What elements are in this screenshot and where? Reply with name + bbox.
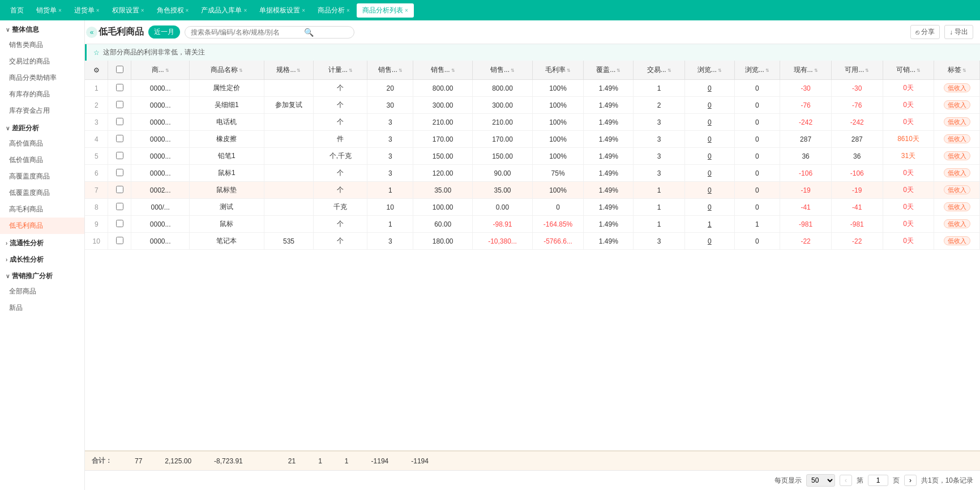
select-all-checkbox[interactable] (116, 66, 123, 73)
col-code[interactable]: 商...⇅ (131, 61, 189, 80)
footer-sale-amt: 2,125.00 (165, 457, 191, 465)
row-name: 鼠标1 (189, 165, 264, 182)
close-icon[interactable]: × (405, 7, 408, 14)
row-trade: 3 (634, 131, 685, 148)
row-browse2: 0 (734, 182, 780, 199)
row-checkbox[interactable] (116, 101, 123, 108)
col-stock[interactable]: 现有...⇅ (780, 61, 832, 80)
nav-item-sales[interactable]: 销货单 × (31, 3, 67, 18)
row-checkbox-cell (108, 165, 131, 182)
row-checkbox[interactable] (116, 186, 123, 193)
nav-item-template[interactable]: 单据模板设置 × (254, 3, 311, 18)
close-icon[interactable]: × (58, 7, 62, 14)
col-spec[interactable]: 规格...⇅ (264, 61, 314, 80)
row-checkbox[interactable] (116, 118, 123, 125)
col-sale-qty[interactable]: 销售...⇅ (367, 61, 413, 80)
nav-item-product[interactable]: 产成品入库单 × (195, 3, 253, 18)
row-code: 0000... (131, 80, 189, 97)
period-button[interactable]: 近一月 (148, 25, 180, 39)
sidebar-group-liquidity[interactable]: › 流通性分析 (0, 234, 84, 250)
per-page-select[interactable]: 50 20 100 (806, 474, 835, 487)
row-avail: -242 (831, 114, 883, 131)
sidebar-group-growth[interactable]: › 成长性分析 (0, 250, 84, 267)
close-icon[interactable]: × (141, 7, 144, 14)
row-tag: 低收入 (934, 199, 980, 216)
row-spec (264, 182, 314, 199)
row-spec: 535 (264, 233, 314, 250)
row-name: 吴细细1 (189, 97, 264, 114)
col-browse2[interactable]: 浏览...⇅ (734, 61, 780, 80)
row-checkbox[interactable] (116, 203, 123, 210)
col-browse1[interactable]: 浏览...⇅ (684, 61, 734, 80)
search-input[interactable] (191, 28, 304, 36)
close-icon[interactable]: × (186, 7, 189, 14)
export-button[interactable]: ↓ 导出 (944, 25, 973, 39)
row-unit: 件 (314, 131, 367, 148)
row-checkbox[interactable] (116, 237, 123, 244)
next-page-button[interactable]: › (904, 475, 917, 486)
sidebar-item-sales-goods[interactable]: 销售类商品 (0, 37, 84, 53)
close-icon[interactable]: × (302, 7, 305, 14)
row-checkbox[interactable] (116, 84, 123, 91)
row-checkbox[interactable] (116, 135, 123, 142)
sidebar-item-high-margin[interactable]: 高毛利商品 (0, 201, 84, 218)
close-icon[interactable]: × (243, 7, 247, 14)
row-saleable: 0天 (883, 165, 934, 182)
row-checkbox[interactable] (116, 220, 123, 227)
col-sale-amt[interactable]: 销售...⇅ (413, 61, 472, 80)
col-settings[interactable]: ⚙ (85, 61, 108, 80)
col-sale-cost[interactable]: 销售...⇅ (473, 61, 532, 80)
sidebar-item-low-coverage[interactable]: 低覆盖度商品 (0, 185, 84, 201)
sidebar-group-gap[interactable]: ∨ 差距分析 (0, 119, 84, 135)
sidebar-item-new-goods[interactable]: 新品 (0, 300, 84, 316)
col-gross[interactable]: 毛利率⇅ (532, 61, 584, 80)
row-unit: 千克 (314, 199, 367, 216)
nav-item-analysis-list[interactable]: 商品分析列表 × (357, 3, 414, 18)
page-input[interactable] (868, 475, 888, 486)
col-avail[interactable]: 可用...⇅ (831, 61, 883, 80)
sidebar-group-overall[interactable]: ∨ 整体信息 (0, 20, 84, 37)
sidebar-item-low-value[interactable]: 低价值商品 (0, 152, 84, 168)
sidebar-item-category-rate[interactable]: 商品分类助销率 (0, 70, 84, 86)
row-trade: 2 (634, 97, 685, 114)
sidebar-item-all-goods[interactable]: 全部商品 (0, 283, 84, 300)
tag-badge: 低收入 (944, 100, 970, 109)
sidebar-item-traded-goods[interactable]: 交易过的商品 (0, 53, 84, 70)
row-saleable: 0天 (883, 97, 934, 114)
col-checkbox[interactable] (108, 61, 131, 80)
sidebar-item-high-coverage[interactable]: 高覆盖度商品 (0, 168, 84, 185)
prev-page-button[interactable]: ‹ (840, 475, 852, 486)
row-sale-cost: -10,380... (473, 233, 532, 250)
search-icon[interactable]: 🔍 (304, 28, 314, 37)
arrow-icon: › (6, 257, 7, 263)
nav-item-purchase[interactable]: 进货单 × (69, 3, 105, 18)
share-button[interactable]: ⎋ 分享 (910, 25, 940, 39)
sidebar-collapse-button[interactable]: « (86, 27, 97, 38)
col-tag[interactable]: 标签⇅ (934, 61, 980, 80)
row-checkbox[interactable] (116, 169, 123, 176)
nav-item-permission[interactable]: 权限设置 × (106, 3, 150, 18)
table-row: 90000...鼠标个160.00-98.91-164.85%1.49%111-… (85, 216, 980, 233)
nav-item-role[interactable]: 角色授权 × (151, 3, 195, 18)
sidebar-item-capital[interactable]: 库存资金占用 (0, 103, 84, 119)
row-checkbox[interactable] (116, 152, 123, 159)
sidebar-item-high-value[interactable]: 高价值商品 (0, 135, 84, 152)
sidebar-item-low-margin[interactable]: 低毛利商品 (0, 218, 84, 234)
row-sale-qty: 3 (367, 114, 413, 131)
col-saleable[interactable]: 可销...⇅ (883, 61, 934, 80)
nav-item-home[interactable]: 首页 (5, 3, 29, 18)
col-trade[interactable]: 交易...⇅ (634, 61, 685, 80)
close-icon[interactable]: × (96, 7, 100, 14)
table-row: 60000...鼠标1个3120.0090.0075%1.49%300-106-… (85, 165, 980, 182)
col-name[interactable]: 商品名称⇅ (189, 61, 264, 80)
row-sale-amt: 100.00 (413, 199, 472, 216)
sidebar-item-in-stock[interactable]: 有库存的商品 (0, 86, 84, 103)
row-gross: 75% (532, 165, 584, 182)
close-icon[interactable]: × (346, 7, 350, 14)
nav-item-analysis[interactable]: 商品分析 × (312, 3, 356, 18)
col-coverage[interactable]: 覆盖...⇅ (584, 61, 634, 80)
col-unit[interactable]: 计量...⇅ (314, 61, 367, 80)
row-coverage: 1.49% (584, 165, 634, 182)
content-area: « 低毛利商品 近一月 🔍 ⎋ 分享 ↓ 导出 ☆ 这部分商品 (85, 20, 980, 490)
sidebar-group-marketing[interactable]: ∨ 营销推广分析 (0, 267, 84, 283)
